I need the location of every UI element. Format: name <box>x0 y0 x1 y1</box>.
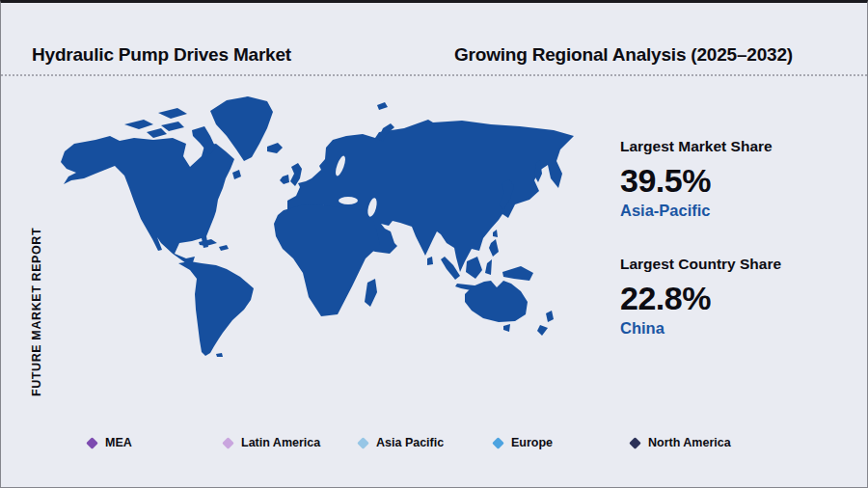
world-map <box>57 84 583 373</box>
legend-label: MEA <box>105 436 132 449</box>
legend-item-europe: Europe <box>494 435 553 450</box>
legend-label: Latin America <box>241 436 320 449</box>
legend-dot-icon <box>629 437 641 449</box>
header-divider <box>1 74 867 76</box>
legend-dot-icon <box>492 437 504 449</box>
madagascar-shape <box>365 279 377 307</box>
uk-shape <box>290 163 302 186</box>
stat-label: Largest Country Share <box>620 256 861 273</box>
stat-largest-country-share: Largest Country Share 22.8% China <box>620 256 861 338</box>
infographic-frame: Hydraulic Pump Drives Market Growing Reg… <box>0 0 868 488</box>
africa-shape <box>274 204 380 316</box>
north-america-shape <box>61 136 234 284</box>
legend-item-asia-pacific: Asia Pacific <box>359 435 444 450</box>
stat-region: Asia-Pacific <box>620 202 861 220</box>
page-title: Hydraulic Pump Drives Market <box>32 44 291 66</box>
page-subtitle: Growing Regional Analysis (2025–2032) <box>454 44 793 66</box>
legend-label: Europe <box>511 436 553 449</box>
legend-item-mea: MEA <box>88 435 132 450</box>
legend-dot-icon <box>222 437 234 449</box>
new-zealand-shape <box>546 311 554 322</box>
world-map-land <box>61 96 574 357</box>
south-america-shape <box>178 261 254 356</box>
stat-region: China <box>620 319 861 338</box>
legend-item-north-america: North America <box>631 435 731 450</box>
black-sea <box>339 197 358 204</box>
stat-label: Largest Market Share <box>620 138 861 155</box>
legend-dot-icon <box>357 437 369 449</box>
stat-largest-market-share: Largest Market Share 39.5% Asia-Pacific <box>620 138 861 220</box>
brand-vertical-label: FUTURE MARKET REPORT <box>30 219 49 404</box>
legend-item-latin-america: Latin America <box>224 435 320 450</box>
legend-label: North America <box>648 436 731 449</box>
stat-value: 22.8% <box>620 282 861 314</box>
legend-dot-icon <box>86 437 98 449</box>
stat-value: 39.5% <box>620 164 861 197</box>
australia-shape <box>465 281 528 322</box>
legend-label: Asia Pacific <box>376 436 444 449</box>
